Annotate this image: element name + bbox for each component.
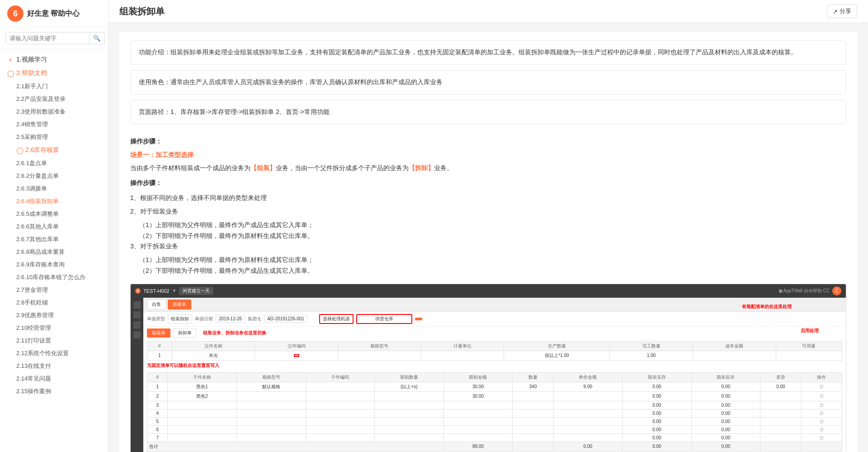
step3-sub1: （1）上部明细为父件明细，最终作为原材料生成其它出库单； [130, 255, 846, 266]
minus-icon-2: ◯ [16, 147, 23, 154]
col-parent-code: 父件编码 [255, 341, 338, 351]
annotation-2: 组装业务、拆卸业务在这里切换 [203, 330, 266, 336]
sidebar: 6 好生意 帮助中心 🔍 + 1.视频学习 ◯ 2.帮助文档 2.1新手入门 2… [0, 0, 108, 452]
ss-tab-new[interactable]: 新建单 [168, 300, 191, 309]
cell-name: 米光 [172, 351, 255, 360]
sidebar-item-install[interactable]: 2.2产品安装及登录 [0, 93, 108, 105]
ss-type-tabs-row: 组装单 拆卸单 组装业务、拆卸业务在这里切换 启用处理 [143, 327, 846, 339]
sidebar-item-262[interactable]: 2.6.2分量盘点单 [0, 170, 108, 182]
cell-unit [421, 351, 504, 360]
cell-prod-qty: 按以上*1.00 [504, 351, 610, 360]
table-row: 2 黑色2 30.00 0.00 [147, 391, 842, 401]
sidebar-item-263[interactable]: 2.6.3调拨单 [0, 182, 108, 195]
steps-section: 操作步骤： 场景一：加工类型选择 当由多个子件材料组装成一个成品的业务为【组装】… [130, 129, 846, 452]
sidebar-header: 6 好生意 帮助中心 [0, 0, 108, 28]
sidebar-item-267[interactable]: 2.6.7其他出库单 [0, 233, 108, 246]
search-icon: 🔍 [93, 35, 101, 42]
col-prod-qty: 生产数量 [504, 341, 610, 351]
ss-type-select[interactable]: 组装拆卸 [168, 314, 192, 324]
share-icon: ↗ [833, 8, 838, 15]
ss-separator: ▼ [172, 288, 176, 293]
table-row: 70.000.00☰ [147, 433, 842, 442]
sidebar-item-215[interactable]: 2.15操作案例 [0, 385, 108, 398]
table-footer-row: 合计 89.00 0.00 0.00 0.00 [147, 442, 842, 451]
ss-confirm-btn[interactable] [415, 318, 422, 320]
sidebar-item-266[interactable]: 2.6.6其他入库单 [0, 220, 108, 233]
scene1-desc: 当由多个子件材料组装成一个成品的业务为【组装】业务，当由一个父件拆分成多个子产品… [130, 163, 846, 174]
sidebar-item-268[interactable]: 2.6.8商品成本重算 [0, 246, 108, 258]
sidebar-item-sales[interactable]: 2.4销售管理 [0, 118, 108, 131]
minus-icon: ◯ [7, 70, 14, 77]
ss-nav-icon-2 [133, 311, 141, 319]
l-col-name: 子件名称 [168, 372, 237, 382]
ss-icons: ▣ AppTMall 自动帮助 CC [778, 288, 830, 294]
ss-avatar: C [832, 286, 841, 295]
col-unit: 计量单位 [421, 341, 504, 351]
sidebar-item-28[interactable]: 2.8手机旺铺 [0, 296, 108, 309]
step3: 3、对于拆装业务 [130, 241, 846, 252]
sidebar-item-purchase[interactable]: 2.5采购管理 [0, 131, 108, 143]
cell-cost [693, 351, 776, 360]
nav-section-1: + 1.视频学习 [0, 53, 108, 67]
intro-block-3: 页面路径：1、库存核算->库存管理->组装拆卸单 2、首页->常用功能 [130, 100, 846, 124]
intro-block-1: 功能介绍：组装拆卸单用来处理企业组装或拆卸等加工业务，支持有固定装配清单的产品加… [130, 40, 846, 65]
sidebar-item-help-docs[interactable]: ◯ 2.帮助文档 [0, 67, 108, 80]
sidebar-item-27[interactable]: 2.7资金管理 [0, 284, 108, 296]
ss-tabs-row: 自售 新建单 [143, 298, 846, 312]
col-spec: 规格型号 [338, 341, 421, 351]
sidebar-item-210[interactable]: 2.10经营管理 [0, 322, 108, 334]
sidebar-label-inventory: 2.6库存核算 [25, 146, 59, 154]
cell-code [255, 351, 338, 360]
table-row: 40.000.00☰ [147, 409, 842, 417]
sidebar-item-214[interactable]: 2.14常见问题 [0, 372, 108, 385]
ss-status-field[interactable]: 选择处理机器 [319, 314, 354, 324]
main-content: 组装拆卸单 ↗ 分享 功能介绍：组装拆卸单用来处理企业组装或拆卸等加工业务，支持… [108, 0, 868, 452]
sidebar-item-265[interactable]: 2.6.5成本调整单 [0, 208, 108, 220]
sidebar-label-video: 1.视频学习 [16, 56, 47, 64]
content-area: 功能介绍：组装拆卸单用来处理企业组装或拆卸等加工业务，支持有固定装配清单的产品加… [108, 23, 868, 452]
sidebar-item-newbie[interactable]: 2.1新手入门 [0, 80, 108, 93]
logo-icon: 6 [7, 5, 24, 22]
table-row: 50.000.00☰ [147, 417, 842, 425]
cell-num: 1 [147, 351, 172, 360]
ss-date-input[interactable]: 2019-12-26 [216, 315, 245, 323]
ss-disassy-tab[interactable]: 拆卸单 [173, 328, 197, 338]
l-col-price: 单价金额 [553, 372, 623, 382]
scene1-title: 场景一：加工类型选择 [130, 151, 846, 159]
sidebar-item-261[interactable]: 2.6.1盘点单 [0, 157, 108, 170]
search-button[interactable]: 🔍 [90, 32, 105, 44]
sidebar-item-inventory[interactable]: ◯ 2.6库存核算 [0, 143, 108, 157]
cell-avail [776, 351, 842, 360]
search-input[interactable] [5, 32, 90, 44]
sidebar-item-data-prep[interactable]: 2.3使用前数据准备 [0, 105, 108, 118]
intro-block-2: 使用角色：通常由生产人员或库管人员完成拆装业务的操作，库管人员确认原材料的出库和… [130, 70, 846, 95]
annotation-4: 无固定清单可以随机在这里置里写入 [143, 362, 846, 371]
ss-logo: 6 [135, 288, 141, 294]
ss-nav-icon-4 [133, 331, 141, 338]
intro-text-1: 功能介绍：组装拆卸单用来处理企业组装或拆卸等加工业务，支持有固定装配清单的产品加… [139, 48, 797, 56]
sidebar-label-help: 2.帮助文档 [16, 69, 47, 77]
sidebar-item-264[interactable]: 2.6.4组装拆卸单 [0, 195, 108, 208]
sidebar-item-213[interactable]: 2.13在线支付 [0, 360, 108, 372]
plus-icon: + [7, 56, 14, 63]
share-button[interactable]: ↗ 分享 [827, 5, 857, 18]
ss-left-nav [131, 298, 143, 452]
sidebar-item-269[interactable]: 2.6.9库存账本查询 [0, 258, 108, 271]
ss-supplier-field[interactable]: 供货仓库 [356, 314, 412, 324]
sidebar-item-211[interactable]: 2.11打印设置 [0, 334, 108, 347]
ss-tab-zishou[interactable]: 自售 [147, 300, 166, 309]
ss-warehouse-input[interactable]: AD-20191226-001 [264, 315, 307, 323]
intro-text-2: 使用角色：通常由生产人员或库管人员完成拆装业务的操作，库管人员确认原材料的出库和… [139, 78, 443, 86]
ss-new-order-btn[interactable]: 闲置建立一天 [179, 287, 213, 295]
ss-address: TEST-H002 [143, 288, 169, 294]
ss-nav-icon-1 [133, 301, 141, 309]
step2-sub2: （2）下部明细为子件明细，最终作为原材料生成其它出库单。 [130, 231, 846, 242]
sidebar-item-212[interactable]: 2.12系统个性化设置 [0, 347, 108, 360]
sidebar-item-29[interactable]: 2.9优惠券管理 [0, 309, 108, 322]
content-wrapper: 功能介绍：组装拆卸单用来处理企业组装或拆卸等加工业务，支持有固定装配清单的产品加… [119, 32, 857, 452]
step2-sub1: （1）上部明细为父件明细，最终作为产成品生成其它入库单； [130, 220, 846, 231]
ss-label-warehouse: 集团仓 [248, 316, 261, 322]
sidebar-item-2610[interactable]: 2.6.10库存账本错了怎么办 [0, 271, 108, 284]
ss-assy-tab[interactable]: 组装单 [147, 328, 170, 338]
sidebar-item-video-learning[interactable]: + 1.视频学习 [0, 53, 108, 67]
